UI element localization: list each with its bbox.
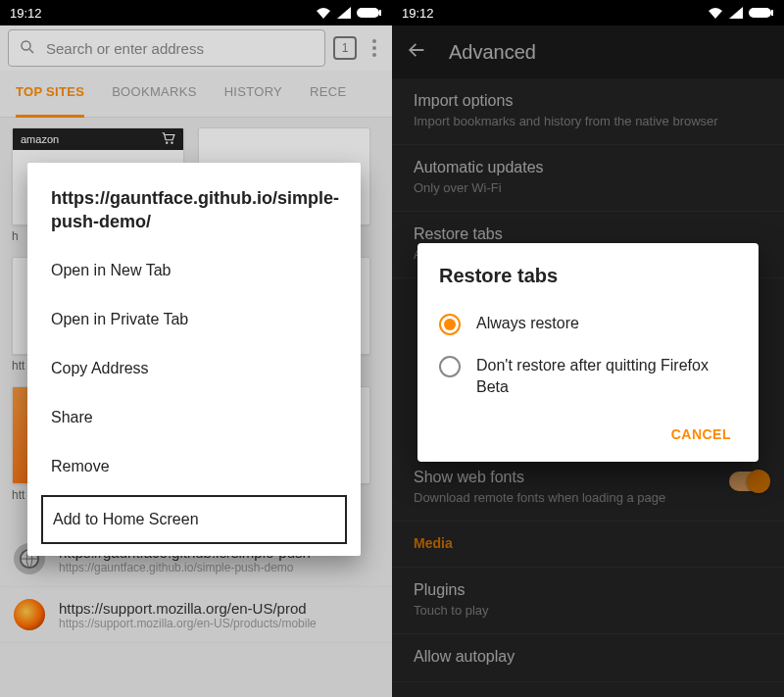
menu-open-private-tab[interactable]: Open in Private Tab	[27, 295, 361, 344]
context-menu-title: https://gauntface.github.io/simple-push-…	[27, 169, 361, 246]
radio-label: Don't restore after quitting Firefox Bet…	[476, 355, 737, 397]
screenshot-left: 19:12 Search or enter address	[0, 0, 392, 697]
svg-rect-0	[357, 8, 379, 18]
wifi-icon	[316, 7, 331, 19]
battery-icon	[749, 7, 774, 19]
radio-icon	[439, 356, 461, 377]
radio-label: Always restore	[476, 313, 579, 334]
radio-option-dont-restore[interactable]: Don't restore after quitting Firefox Bet…	[439, 345, 737, 407]
wifi-icon	[708, 7, 723, 19]
status-bar: 19:12	[0, 0, 392, 25]
radio-icon	[439, 314, 461, 335]
dialog-title: Restore tabs	[439, 265, 737, 287]
svg-rect-1	[379, 10, 381, 16]
svg-rect-8	[771, 10, 773, 16]
cancel-button[interactable]: CANCEL	[665, 417, 737, 452]
status-time: 19:12	[402, 6, 434, 21]
restore-tabs-dialog: Restore tabs Always restore Don't restor…	[417, 243, 759, 462]
context-menu: https://gauntface.github.io/simple-push-…	[27, 163, 361, 556]
status-time: 19:12	[10, 6, 42, 21]
menu-copy-address[interactable]: Copy Address	[27, 344, 361, 393]
menu-remove[interactable]: Remove	[27, 442, 361, 491]
screenshot-right: 19:12 Advanced Import options	[392, 0, 784, 697]
menu-open-new-tab[interactable]: Open in New Tab	[27, 246, 361, 295]
status-bar: 19:12	[392, 0, 784, 25]
signal-icon	[337, 7, 351, 19]
radio-option-always-restore[interactable]: Always restore	[439, 303, 737, 345]
menu-share[interactable]: Share	[27, 393, 361, 442]
svg-rect-7	[749, 8, 771, 18]
battery-icon	[357, 7, 382, 19]
menu-add-to-home-screen[interactable]: Add to Home Screen	[41, 495, 347, 544]
signal-icon	[729, 7, 743, 19]
